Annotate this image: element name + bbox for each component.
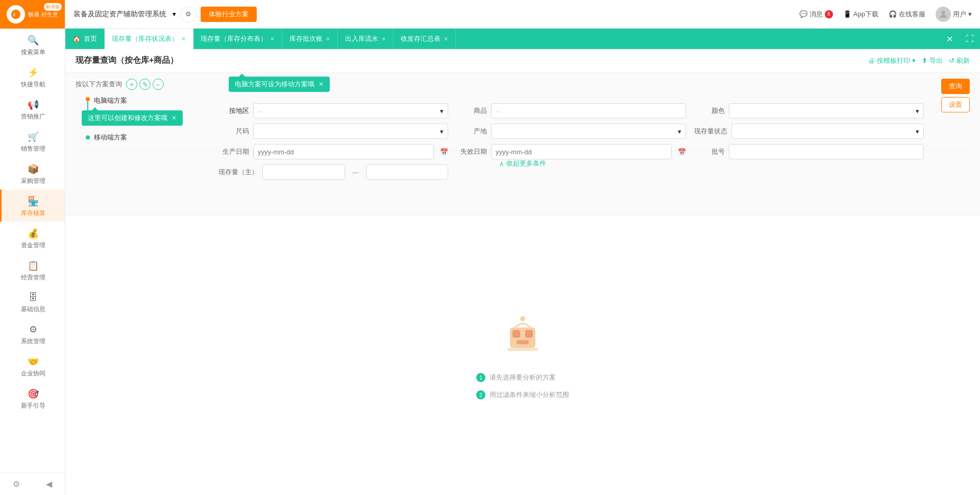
- headset-icon: 🎧: [889, 10, 897, 18]
- tab-close-inventory-status[interactable]: ✕: [181, 36, 186, 42]
- mobile-scheme-dot: [86, 135, 90, 139]
- operations-icon: 📋: [28, 260, 39, 271]
- tooltip1-close-btn[interactable]: ✕: [318, 81, 324, 88]
- stock-status-select[interactable]: ▾: [731, 124, 924, 139]
- gear-button[interactable]: ⚙: [180, 6, 197, 22]
- production-calendar-icon[interactable]: 📅: [440, 148, 448, 156]
- tab-close-receive-summary[interactable]: ✕: [444, 36, 448, 42]
- dots-icon: ···: [258, 107, 263, 115]
- empty-hint-2: 2 用过滤条件来缩小分析范围: [476, 388, 569, 402]
- main-area: 装备及固定资产辅助管理系统 ▾ ⚙ 体验行业方案 💬 消息 6 📱 App下载 …: [65, 0, 980, 495]
- goods-select[interactable]: ···: [491, 103, 686, 119]
- message-icon: 💬: [799, 10, 807, 18]
- svg-point-8: [520, 316, 525, 321]
- sidebar-item-basic[interactable]: 🗄 基础信息: [0, 286, 65, 318]
- scheme-tooltip-1: 电脑方案可设为移动方案哦 ✕: [229, 77, 330, 92]
- color-dropdown: ▾: [916, 107, 919, 115]
- quicknav-icon: ⚡: [28, 67, 39, 78]
- sidebar-item-quicknav[interactable]: ⚡ 快捷导航: [0, 61, 65, 93]
- sidebar-item-sales[interactable]: 🛒 销售管理: [0, 125, 65, 157]
- page-header: 现存量查询（按仓库+商品） 🖨 按模板打印 ▾ ⬆ 导出 ↺ 刷新: [65, 49, 980, 73]
- tab-batch-ledger[interactable]: 库存批次账 ✕: [282, 29, 338, 49]
- expiry-calendar-icon[interactable]: 📅: [678, 148, 686, 156]
- filter-color: 颜色 ▾: [694, 103, 924, 119]
- mobile-scheme-label[interactable]: 移动端方案: [94, 133, 127, 142]
- empty-hints: 1 请先选择要分析的方案 2 用过滤条件来缩小分析范围: [476, 371, 569, 402]
- page-title: 现存量查询（按仓库+商品）: [76, 55, 178, 66]
- expiry-date-input[interactable]: [491, 144, 672, 159]
- batch-input[interactable]: [729, 144, 924, 159]
- top-header: 装备及固定资产辅助管理系统 ▾ ⚙ 体验行业方案 💬 消息 6 📱 App下载 …: [65, 0, 980, 29]
- tab-home[interactable]: 🏠 首页: [65, 29, 105, 49]
- sidebar-item-system[interactable]: ⚙ 系统管理: [0, 318, 65, 350]
- logo-icon: 6: [7, 5, 25, 23]
- system-title-dropdown[interactable]: 装备及固定资产辅助管理系统 ▾: [74, 10, 176, 19]
- back-scheme-btn[interactable]: ←: [153, 79, 164, 90]
- sidebar-item-enterprise[interactable]: 🤝 企业协同: [0, 350, 65, 382]
- tab-receive-summary[interactable]: 收发存汇总表 ✕: [394, 29, 456, 49]
- filter-row-1: 按地区 ··· ▾ 商品 ··· 颜色: [218, 103, 924, 119]
- print-template-btn[interactable]: 🖨 按模板打印 ▾: [868, 56, 916, 65]
- collapse-sidebar-btn[interactable]: ◀: [46, 479, 52, 489]
- notification-btn[interactable]: 💬 消息 6: [799, 10, 833, 19]
- svg-point-2: [942, 11, 945, 14]
- query-btn[interactable]: 查询: [941, 79, 970, 94]
- warehouse-select[interactable]: ··· ▾: [253, 103, 448, 119]
- sidebar-item-operations[interactable]: 📋 经营管理: [0, 254, 65, 286]
- tab-inventory-dist[interactable]: 现存量（库存分布表） ✕: [193, 29, 282, 49]
- content-area: 现存量查询（按仓库+商品） 🖨 按模板打印 ▾ ⬆ 导出 ↺ 刷新: [65, 49, 980, 495]
- tab-inventory-status[interactable]: 现存量（库存状况表） ✕: [105, 29, 193, 49]
- svg-rect-5: [525, 330, 533, 338]
- logo-badge: 标准版: [44, 3, 62, 11]
- tab-inout-flow[interactable]: 出入库流水 ✕: [338, 29, 394, 49]
- online-support-btn[interactable]: 🎧 在线客服: [889, 10, 925, 19]
- filter-batch: 批号: [694, 144, 924, 159]
- settings-footer-btn[interactable]: ⚙: [13, 479, 20, 489]
- sidebar-item-marketing[interactable]: 📢 营销推广: [0, 93, 65, 125]
- tab-close-inventory-dist[interactable]: ✕: [270, 36, 275, 42]
- settings-btn[interactable]: 设置: [941, 97, 970, 112]
- stock-main-min[interactable]: [262, 164, 345, 180]
- user-menu[interactable]: 用户 ▾: [936, 7, 972, 22]
- empty-illustration: [497, 310, 548, 361]
- filter-header: 按以下方案查询 + ✎ ← 电脑方案可设为移动方案哦 ✕: [76, 79, 970, 90]
- edit-scheme-btn[interactable]: ✎: [139, 79, 151, 90]
- empty-hint-1: 1 请先选择要分析的方案: [476, 371, 569, 384]
- tab-bar-end: ✕ ⛶: [939, 29, 980, 49]
- export-btn[interactable]: ⬆ 导出: [922, 56, 943, 65]
- stock-main-max[interactable]: [366, 164, 449, 180]
- sidebar-item-inventory[interactable]: 🏪 库存核算: [0, 190, 65, 222]
- pc-scheme-label[interactable]: 电脑端方案: [94, 97, 127, 104]
- tab-bar: 🏠 首页 现存量（库存状况表） ✕ 现存量（库存分布表） ✕ 库存批次账 ✕ 出…: [65, 29, 980, 49]
- expand-tab-btn[interactable]: ⛶: [960, 29, 980, 49]
- sidebar-item-purchase[interactable]: 📦 采购管理: [0, 157, 65, 190]
- sales-icon: 🛒: [28, 131, 39, 143]
- marketing-icon: 📢: [28, 99, 39, 110]
- add-scheme-btn[interactable]: +: [126, 79, 137, 90]
- size-select[interactable]: ▾: [253, 124, 448, 139]
- sidebar-item-search[interactable]: 🔍 搜索菜单: [0, 29, 65, 61]
- user-avatar: [936, 7, 951, 22]
- sidebar-item-guide[interactable]: 🎯 新手引导: [0, 382, 65, 414]
- tab-close-inout-flow[interactable]: ✕: [381, 36, 386, 42]
- sidebar-item-finance[interactable]: 💰 资金管理: [0, 222, 65, 254]
- stock-status-label: 现存量状态: [694, 127, 727, 136]
- stock-main-dash: —: [352, 169, 359, 176]
- close-all-tabs-btn[interactable]: ✕: [939, 29, 960, 49]
- purchase-icon: 📦: [28, 163, 39, 175]
- filter-stock-status: 现存量状态 ▾: [694, 124, 924, 139]
- filter-scheme-actions: + ✎ ←: [126, 79, 164, 90]
- refresh-btn[interactable]: ↺ 刷新: [949, 56, 970, 65]
- export-icon: ⬆: [922, 57, 927, 64]
- origin-select[interactable]: ▾: [491, 124, 686, 139]
- refresh-icon: ↺: [949, 57, 954, 64]
- tab-close-batch-ledger[interactable]: ✕: [326, 36, 330, 42]
- filter-label: 按以下方案查询: [76, 80, 122, 89]
- svg-rect-6: [517, 340, 529, 344]
- production-date-input[interactable]: [253, 144, 434, 159]
- filter-row-3: 生产日期 📅 失效日期 📅 批号: [218, 144, 924, 159]
- trial-button[interactable]: 体验行业方案: [201, 7, 257, 22]
- tooltip2-close-btn[interactable]: ✕: [172, 114, 177, 122]
- color-select[interactable]: ▾: [729, 103, 924, 119]
- app-download-btn[interactable]: 📱 App下载: [843, 10, 878, 19]
